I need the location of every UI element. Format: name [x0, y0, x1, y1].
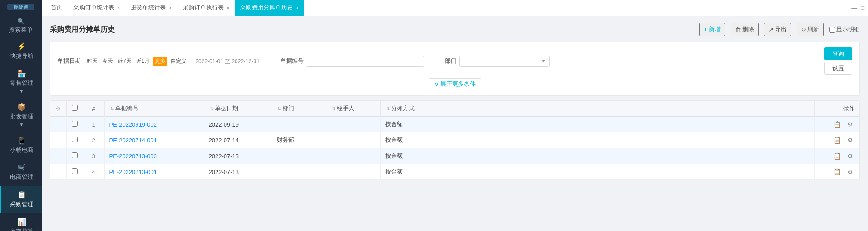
page-header: 采购费用分摊单历史 + 新增 🗑 删除 ↗ 导出 ↻ 刷新 显示明细	[50, 23, 860, 36]
row-checkbox-1[interactable]	[72, 137, 78, 142]
row-doc-no-link[interactable]: PE-20220713-003	[109, 153, 157, 160]
col-header-doc-no: ⇅ 单据编号	[104, 101, 204, 117]
query-button[interactable]: 查询	[824, 47, 852, 60]
row-more-icon[interactable]: ⚙	[845, 136, 855, 145]
tab-close-purchase-exec[interactable]: ×	[226, 5, 229, 10]
row-edit-icon[interactable]: 📋	[831, 120, 843, 129]
row-check-cell	[66, 164, 83, 180]
row-date-cell: 2022-07-13	[204, 164, 272, 180]
row-date-cell: 2022-07-13	[204, 148, 272, 164]
table-row: 3 PE-20220713-003 2022-07-13 按金额 📋 ⚙	[50, 148, 859, 164]
tabs-window-controls: — □	[851, 5, 864, 11]
dept-select[interactable]	[459, 56, 550, 67]
sidebar-item-retail[interactable]: 🏪 零售管理 ▼	[0, 65, 42, 98]
tab-home[interactable]: 首页	[45, 0, 68, 16]
row-split-cell: 按金额	[380, 132, 814, 148]
tabs-bar: 首页 采购订单统计表 × 进货单统计表 × 采购订单执行表 × 采购费用分摊单历…	[42, 0, 868, 16]
row-doc-no-link[interactable]: PE-20220713-001	[109, 169, 157, 175]
page-title: 采购费用分摊单历史	[50, 25, 115, 34]
sidebar-item-search[interactable]: 🔍 搜索菜单	[0, 14, 42, 38]
doc-no-label: 单据编号	[280, 57, 304, 65]
sidebar-item-wholesale[interactable]: 📦 批发管理 ▼	[0, 98, 42, 132]
date-yesterday[interactable]: 昨天	[85, 57, 99, 66]
sort-icon: ⇅	[278, 106, 281, 111]
row-split-cell: 按金额	[380, 164, 814, 180]
tab-close-import-stat[interactable]: ×	[169, 5, 171, 10]
row-check-cell	[66, 132, 83, 148]
chevron-down-icon: ▼	[19, 122, 24, 127]
row-settings-cell	[50, 164, 66, 180]
col-header-split: ⇅ 分摊方式	[380, 101, 814, 117]
row-checkbox-2[interactable]	[72, 152, 78, 158]
tab-purchase-exec[interactable]: 采购订单执行表 ×	[177, 0, 235, 16]
row-dept-cell	[272, 117, 326, 132]
date-range-wrapper: 2022-01-01 至 2022-12-31	[195, 57, 259, 66]
row-no-cell: 2	[83, 132, 104, 148]
row-split-cell: 按金额	[380, 117, 814, 132]
sidebar-logo: 畅捷通	[7, 4, 34, 10]
settings-button[interactable]: 设置	[824, 62, 852, 75]
date-today[interactable]: 今天	[101, 57, 114, 66]
row-doc-no-link[interactable]: PE-20220714-001	[109, 137, 157, 144]
sidebar-item-mini[interactable]: 📱 小畅电商	[0, 132, 42, 159]
row-more-icon[interactable]: ⚙	[845, 120, 855, 129]
filter-panel: 单据日期 昨天 今天 近7天 近1月 更多 自定义 2022-01-01 至 2…	[50, 42, 860, 96]
date-7days[interactable]: 近7天	[116, 57, 133, 66]
row-doc-no-cell: PE-20220714-001	[104, 132, 204, 148]
show-cols-label[interactable]: 显示明细	[829, 25, 860, 33]
row-dept-cell: 财务部	[272, 132, 326, 148]
maximize-button[interactable]: □	[861, 5, 864, 11]
tab-purchase-stat[interactable]: 采购订单统计表 ×	[68, 0, 125, 16]
add-button[interactable]: + 新增	[699, 23, 725, 36]
row-action-cell: 📋 ⚙	[814, 132, 859, 148]
col-header-date: ⇅ 单据日期	[204, 101, 272, 117]
date-shortcuts: 昨天 今天 近7天 近1月 更多 自定义	[85, 57, 188, 66]
doc-no-input[interactable]	[307, 56, 424, 67]
table-row: 2 PE-20220714-001 2022-07-14 财务部 按金额 📋 ⚙	[50, 132, 859, 148]
row-more-icon[interactable]: ⚙	[845, 167, 855, 176]
row-more-icon[interactable]: ⚙	[845, 151, 855, 160]
chevron-down-icon: ∨	[434, 81, 439, 88]
export-button[interactable]: ↗ 导出	[764, 23, 791, 36]
select-all-checkbox[interactable]	[72, 105, 78, 111]
row-edit-icon[interactable]: 📋	[831, 167, 843, 176]
date-more[interactable]: 更多	[153, 57, 167, 66]
tab-import-stat[interactable]: 进货单统计表 ×	[125, 0, 177, 16]
col-header-handler: ⇅ 经手人	[326, 101, 380, 117]
refresh-button[interactable]: ↻ 刷新	[797, 23, 824, 36]
row-checkbox-0[interactable]	[72, 121, 78, 127]
sidebar-item-inventory[interactable]: 📊 库存核算	[0, 213, 42, 231]
chevron-down-icon: ▼	[19, 89, 24, 94]
ecommerce-icon: 🛒	[17, 163, 26, 172]
row-edit-icon[interactable]: 📋	[831, 136, 843, 145]
row-no-cell: 3	[83, 148, 104, 164]
expand-button[interactable]: ∨ 展开更多条件	[429, 78, 481, 90]
sidebar: 畅捷通 🔍 搜索菜单 ⚡ 快捷导航 🏪 零售管理 ▼ 📦 批发管理 ▼ 📱 小畅…	[0, 0, 42, 231]
row-check-cell	[66, 148, 83, 164]
delete-button[interactable]: 🗑 删除	[731, 23, 759, 36]
sidebar-item-ecommerce[interactable]: 🛒 电商管理	[0, 159, 42, 186]
mini-icon: 📱	[17, 136, 26, 145]
sort-icon: ⇅	[332, 106, 335, 111]
row-edit-icon[interactable]: 📋	[831, 151, 843, 160]
tab-close-purchase-cost[interactable]: ×	[296, 5, 298, 10]
row-settings-cell	[50, 148, 66, 164]
sidebar-item-shortcut[interactable]: ⚡ 快捷导航	[0, 38, 42, 65]
purchase-icon: 📋	[17, 190, 26, 199]
row-split-cell: 按金额	[380, 148, 814, 164]
gear-icon[interactable]: ⚙	[55, 105, 61, 112]
row-checkbox-3[interactable]	[72, 168, 78, 174]
show-cols-checkbox[interactable]	[829, 27, 835, 33]
date-custom[interactable]: 自定义	[169, 57, 188, 66]
row-doc-no-link[interactable]: PE-20220919-002	[109, 121, 157, 128]
search-icon: 🔍	[17, 18, 24, 24]
delete-icon: 🗑	[735, 26, 741, 33]
minimize-button[interactable]: —	[851, 5, 857, 11]
sidebar-item-purchase[interactable]: 📋 采购管理	[0, 186, 42, 213]
tab-close-purchase-stat[interactable]: ×	[117, 5, 120, 10]
tab-purchase-cost[interactable]: 采购费用分摊单历史 ×	[235, 0, 304, 16]
row-action-cell: 📋 ⚙	[814, 148, 859, 164]
date-1month[interactable]: 近1月	[135, 57, 151, 66]
row-dept-cell	[272, 148, 326, 164]
row-handler-cell	[326, 148, 380, 164]
